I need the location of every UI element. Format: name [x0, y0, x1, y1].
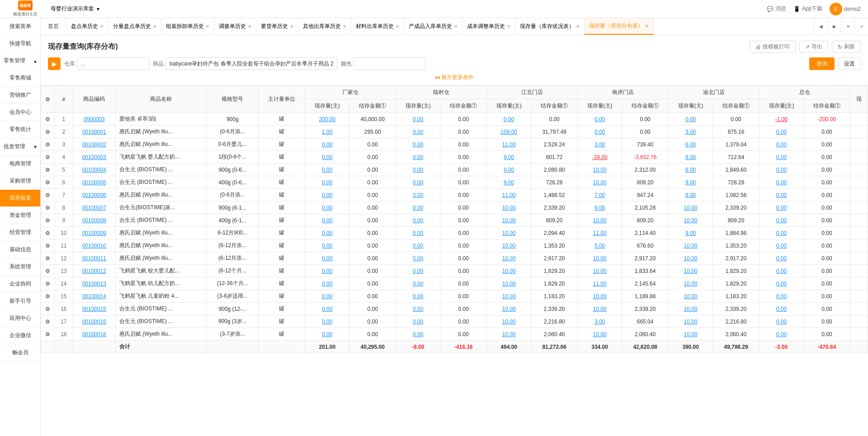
row-code[interactable]: 00100005 — [73, 176, 115, 189]
row-jb-qty[interactable]: 10.00 — [487, 328, 531, 341]
row-lu-qty[interactable]: 0.00 — [396, 214, 440, 227]
tab-close-icon[interactable]: ✕ — [343, 24, 346, 29]
tab-other-out[interactable]: 其他出库单历史 ✕ — [298, 18, 351, 35]
sidebar-item-chang-member[interactable]: 畅会员 — [0, 344, 40, 361]
row-na-qty[interactable]: 11.00 — [578, 227, 622, 239]
row-code[interactable]: 00100016 — [73, 315, 115, 328]
row-na-qty[interactable]: -39.00 — [578, 151, 622, 164]
sidebar-item-retail-mgmt[interactable]: 零售管理 ▴ — [0, 52, 40, 70]
user-area[interactable]: E demo2 — [830, 3, 861, 15]
row-jb-qty[interactable]: 10.00 — [487, 252, 531, 265]
row-jb-qty[interactable]: 10.00 — [487, 315, 531, 328]
row-total-qty[interactable]: 0.00 — [760, 176, 804, 189]
row-total-qty[interactable]: 0.00 — [760, 138, 804, 151]
tab-close-icon[interactable]: ✕ — [507, 24, 510, 29]
row-lu-qty[interactable]: 0.00 — [396, 189, 440, 202]
row-na-qty[interactable]: 0.00 — [578, 113, 622, 126]
row-gear[interactable]: ⚙ — [41, 138, 55, 151]
row-total-qty[interactable]: -1.00 — [760, 113, 804, 126]
row-yb-qty[interactable]: 10.00 — [669, 328, 713, 341]
tab-stock-status[interactable]: 现存量（库存状况表） ✕ — [515, 18, 585, 35]
row-na-qty[interactable]: 10.00 — [578, 214, 622, 227]
row-yb-qty[interactable]: 10.00 — [669, 265, 713, 277]
row-jb-qty[interactable]: 109.00 — [487, 126, 531, 138]
tab-close-icon[interactable]: ✕ — [248, 24, 251, 29]
sidebar-item-wechat[interactable]: 企业微信 — [0, 327, 40, 344]
row-code[interactable]: 00100010 — [73, 239, 115, 252]
row-code[interactable]: 00100002 — [73, 138, 115, 151]
row-code[interactable]: 00100004 — [73, 164, 115, 176]
refresh-btn[interactable]: ↻ 刷新 — [832, 41, 861, 53]
row-total-qty[interactable]: 0.00 — [760, 151, 804, 164]
row-gear[interactable]: ⚙ — [41, 328, 55, 341]
sidebar-item-ecommerce[interactable]: 电商管理 — [0, 155, 40, 173]
row-total-qty[interactable]: 0.00 — [760, 189, 804, 202]
tab-cost-adjust[interactable]: 成本调整单历史 ✕ — [462, 18, 515, 35]
row-lu-qty[interactable]: 0.00 — [396, 290, 440, 303]
row-total-qty[interactable]: 0.00 — [760, 202, 804, 214]
row-na-qty[interactable]: 11.00 — [578, 277, 622, 290]
row-lu-qty[interactable]: 0.00 — [396, 151, 440, 164]
row-factory-qty[interactable]: 0.00 — [305, 189, 349, 202]
row-gear[interactable]: ⚙ — [41, 151, 55, 164]
row-na-qty[interactable]: 0.00 — [578, 126, 622, 138]
row-gear[interactable]: ⚙ — [41, 239, 55, 252]
row-lu-qty[interactable]: 0.00 — [396, 202, 440, 214]
row-gear[interactable]: ⚙ — [41, 227, 55, 239]
query-btn[interactable]: 查询 — [809, 57, 835, 70]
sidebar-item-enterprise[interactable]: 企业协同 — [0, 276, 40, 293]
row-gear[interactable]: ⚙ — [41, 113, 55, 126]
sidebar-item-retail-stats[interactable]: 零售统计 — [0, 121, 40, 138]
sidebar-item-wholesale[interactable]: 批发管理 ▾ — [0, 138, 40, 155]
row-lu-qty[interactable]: 0.00 — [396, 164, 440, 176]
row-factory-qty[interactable]: 0.00 — [305, 239, 349, 252]
row-total-qty[interactable]: 0.00 — [760, 303, 804, 315]
row-total-qty[interactable]: 0.00 — [760, 290, 804, 303]
row-na-qty[interactable]: 5.00 — [578, 239, 622, 252]
tab-next-btn[interactable]: ▶ — [827, 18, 841, 35]
row-code[interactable]: 00100007 — [73, 202, 115, 214]
row-jb-qty[interactable]: 10.00 — [487, 227, 531, 239]
tab-close-icon[interactable]: ✕ — [153, 24, 156, 29]
row-yb-qty[interactable]: 9.00 — [669, 227, 713, 239]
row-na-qty[interactable]: 10.00 — [578, 252, 622, 265]
tab-close-icon[interactable]: ✕ — [576, 24, 580, 29]
sidebar-item-operations[interactable]: 经营管理 — [0, 224, 40, 241]
row-gear[interactable]: ⚙ — [41, 176, 55, 189]
row-gear[interactable]: ⚙ — [41, 315, 55, 328]
row-lu-qty[interactable]: 0.00 — [396, 176, 440, 189]
row-factory-qty[interactable]: 0.00 — [305, 138, 349, 151]
row-factory-qty[interactable]: 0.00 — [305, 252, 349, 265]
row-jb-qty[interactable]: 10.00 — [487, 303, 531, 315]
store-selector[interactable]: 母婴行业演示库套 ▾ — [51, 5, 99, 13]
row-lu-qty[interactable]: 0.00 — [396, 328, 440, 341]
row-na-qty[interactable]: 3.00 — [578, 315, 622, 328]
row-gear[interactable]: ⚙ — [41, 303, 55, 315]
tab-close-icon[interactable]: ✕ — [645, 23, 649, 28]
print-btn[interactable]: 🖨 按模板打印 — [750, 41, 796, 53]
sidebar-item-guide[interactable]: 新手引导 — [0, 293, 40, 310]
row-yb-qty[interactable]: 6.00 — [669, 138, 713, 151]
row-yb-qty[interactable]: 0.00 — [669, 113, 713, 126]
row-na-qty[interactable]: 10.00 — [578, 176, 622, 189]
row-yb-qty[interactable]: 10.00 — [669, 290, 713, 303]
tab-stock-distribution[interactable]: 现存量（库存分布表） ✕ — [585, 18, 654, 35]
row-jb-qty[interactable]: 10.00 — [487, 277, 531, 290]
tab-fullscreen-btn[interactable]: ⤢ — [854, 18, 868, 35]
export-btn[interactable]: ↗ 导出 — [799, 41, 828, 53]
tab-transfer[interactable]: 调拨单历史 ✕ — [214, 18, 256, 35]
row-factory-qty[interactable]: 0.00 — [305, 164, 349, 176]
warehouse-input[interactable] — [77, 57, 149, 70]
row-yb-qty[interactable]: 8.00 — [669, 189, 713, 202]
product-input[interactable] — [165, 57, 337, 70]
row-code[interactable]: 00100014 — [73, 290, 115, 303]
row-jb-qty[interactable]: 0.00 — [487, 113, 531, 126]
row-lu-qty[interactable]: 0.00 — [396, 239, 440, 252]
row-code[interactable]: 00100009 — [73, 227, 115, 239]
tab-material-out[interactable]: 材料出库单历史 ✕ — [351, 18, 404, 35]
row-code[interactable]: 00100011 — [73, 252, 115, 265]
row-gear[interactable]: ⚙ — [41, 265, 55, 277]
row-code[interactable]: 00100008 — [73, 214, 115, 227]
row-code[interactable]: 00100006 — [73, 189, 115, 202]
tab-inventory-count[interactable]: 盘点单历史 ✕ — [66, 18, 108, 35]
